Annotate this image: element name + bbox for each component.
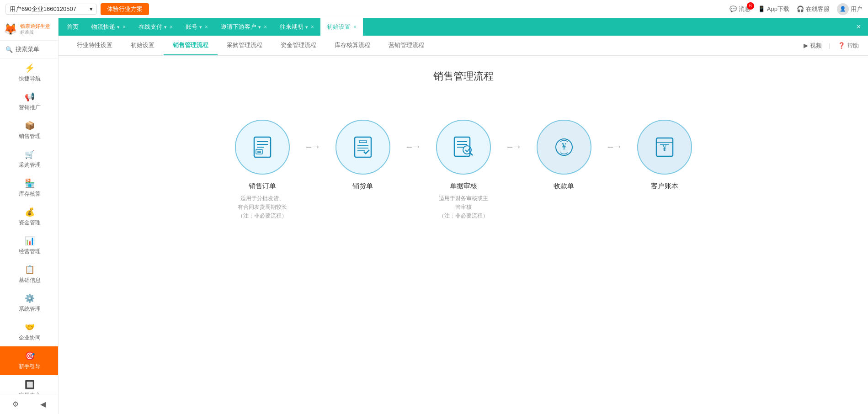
flow-diagram: 销售订单 适用于分批发货、有合同发货周期较长（注：非必要流程） - - → xyxy=(68,111,859,230)
sidebar-item-operation[interactable]: 📊 经营管理 xyxy=(0,231,58,260)
sidebar-item-inventory[interactable]: 🏪 库存核算 xyxy=(0,174,58,202)
top-header: 用户690企业1660120507 ▾ 体验行业方案 💬 消息 6 📱 App下… xyxy=(0,0,868,18)
svg-text:¥: ¥ xyxy=(662,143,666,153)
arrow-1-icon: - - → xyxy=(306,141,319,153)
help-btn[interactable]: ❓ 帮助 xyxy=(838,42,859,50)
tab-historical-init[interactable]: 往来期初 ▾ × xyxy=(273,18,320,36)
sidebar-item-enterprise-coop[interactable]: 🤝 企业协同 xyxy=(0,318,58,346)
sidebar-item-marketing-promo[interactable]: 📢 营销推广 xyxy=(0,87,58,116)
tab-home[interactable]: 首页 xyxy=(60,18,85,36)
notification-item[interactable]: 💬 消息 6 xyxy=(730,5,751,13)
sidebar-item-quick-nav[interactable]: ⚡ 快捷导航 xyxy=(0,58,58,87)
tab-initial-setup[interactable]: 初始设置 × xyxy=(320,18,363,36)
header-left: 用户690企业1660120507 ▾ 体验行业方案 xyxy=(5,3,149,15)
video-btn[interactable]: ▶ 视频 xyxy=(804,42,822,50)
avatar: 👤 xyxy=(837,3,849,15)
sidebar-item-app-center[interactable]: 🔲 应用中心 xyxy=(0,375,58,394)
order-icon xyxy=(250,134,275,160)
search-menu-area: 🔍 搜索菜单 xyxy=(0,41,58,58)
operation-icon: 📊 xyxy=(25,236,35,246)
app-download-item[interactable]: 📱 App下载 xyxy=(758,5,789,13)
sidebar-item-newbie-guide[interactable]: 🎯 新手引导 xyxy=(0,346,58,375)
svg-text:¥: ¥ xyxy=(562,141,566,151)
sub-tab-purchase-flow[interactable]: 采购管理流程 xyxy=(218,36,272,55)
flow-step-ledger[interactable]: ¥ 客户账本 xyxy=(628,120,701,194)
system-icon: ⚙️ xyxy=(25,293,35,303)
app-title: 畅康通好生意 xyxy=(20,23,50,29)
tab-logistics[interactable]: 物流快递 ▾ × xyxy=(85,18,132,36)
settings-icon[interactable]: ⚙ xyxy=(11,398,21,410)
sub-tab-purchase-flow-label: 采购管理流程 xyxy=(227,41,262,49)
sub-tab-industry[interactable]: 行业特性设置 xyxy=(68,36,122,55)
sub-tab-initial-label: 初始设置 xyxy=(131,41,154,49)
main-wrapper: 首页 物流快递 ▾ × 在线支付 ▾ × 账号 ▾ × 邀请下游客户 ▾ × 往… xyxy=(59,18,868,414)
flow-step-delivery[interactable]: 销货单 xyxy=(326,120,399,194)
sub-tab-sales-flow[interactable]: 销售管理流程 xyxy=(164,36,218,55)
purchase-icon: 🛒 xyxy=(25,149,35,159)
step-delivery-label: 销货单 xyxy=(352,182,373,191)
arrow-3-icon: - - → xyxy=(507,141,520,153)
tab-logistics-close[interactable]: × xyxy=(122,24,126,30)
sales-icon: 📦 xyxy=(25,121,35,131)
sub-tabs-left: 行业特性设置 初始设置 销售管理流程 采购管理流程 资金管理流程 库存核算流程 xyxy=(68,36,433,55)
search-menu-button[interactable]: 🔍 搜索菜单 xyxy=(4,43,54,55)
sidebar-item-purchase-mgmt[interactable]: 🛒 采购管理 xyxy=(0,145,58,174)
sidebar-item-sales-mgmt[interactable]: 📦 销售管理 xyxy=(0,116,58,145)
collapse-icon[interactable]: ◀ xyxy=(38,398,48,410)
tab-historical-close[interactable]: × xyxy=(311,24,314,30)
sidebar-item-basic-info[interactable]: 📋 基础信息 xyxy=(0,260,58,289)
sub-tab-marketing-flow[interactable]: 营销管理流程 xyxy=(379,36,433,55)
flow-step-sales-order[interactable]: 销售订单 适用于分批发货、有合同发货周期较长（注：非必要流程） xyxy=(226,120,299,221)
user-avatar-item[interactable]: 👤 用户 xyxy=(837,3,863,15)
tab-account-close[interactable]: × xyxy=(205,24,208,30)
sidebar: 🦊 畅康通好生意 标准版 🔍 搜索菜单 ⚡ 快捷导航 📢 营销推广 📦 销售管理… xyxy=(0,18,59,414)
search-menu-label: 搜索菜单 xyxy=(16,45,39,53)
flow-content: 销售管理流程 销售订 xyxy=(59,56,868,330)
help-label: 帮助 xyxy=(847,42,859,50)
step-receipt-label: 收款单 xyxy=(554,182,574,191)
svg-rect-4 xyxy=(256,149,262,154)
tab-invite-close[interactable]: × xyxy=(264,24,267,30)
step-sales-order-label: 销售订单 xyxy=(249,182,276,191)
sub-tabs-right: ▶ 视频 | ❓ 帮助 xyxy=(804,42,859,50)
sub-tab-sales-flow-label: 销售管理流程 xyxy=(173,41,208,49)
sub-tab-fund-flow[interactable]: 资金管理流程 xyxy=(272,36,325,55)
svg-rect-7 xyxy=(355,137,371,157)
tab-invite-arrow: ▾ xyxy=(258,24,261,30)
audit-icon xyxy=(451,134,476,160)
sidebar-item-system[interactable]: ⚙️ 系统管理 xyxy=(0,289,58,318)
sidebar-item-finance[interactable]: 💰 资金管理 xyxy=(0,202,58,231)
tab-payment-close[interactable]: × xyxy=(170,24,173,30)
tab-nav-close-btn[interactable]: × xyxy=(851,23,866,31)
ledger-icon: ¥ xyxy=(652,134,677,160)
sub-tab-inventory-flow[interactable]: 库存核算流程 xyxy=(325,36,379,55)
tab-historical-arrow: ▾ xyxy=(305,24,308,30)
quick-nav-icon: ⚡ xyxy=(25,63,35,73)
marketing-icon: 📢 xyxy=(25,92,35,102)
receipt-icon: ¥ xyxy=(551,134,577,160)
user-name-label: 用户 xyxy=(851,5,863,13)
newbie-label: 新手引导 xyxy=(19,363,41,371)
step-audit-label: 单据审核 xyxy=(450,182,477,191)
sub-tab-initial[interactable]: 初始设置 xyxy=(122,36,164,55)
sub-tab-bar: 行业特性设置 初始设置 销售管理流程 采购管理流程 资金管理流程 库存核算流程 xyxy=(59,36,868,56)
tab-initial-setup-close[interactable]: × xyxy=(353,24,357,30)
trial-button[interactable]: 体验行业方案 xyxy=(101,3,149,15)
notification-badge: 6 xyxy=(747,2,754,10)
tab-payment-arrow: ▾ xyxy=(164,24,167,30)
user-selector[interactable]: 用户690企业1660120507 ▾ xyxy=(5,4,97,15)
tab-historical-label: 往来期初 xyxy=(280,23,304,31)
tab-invite-downstream[interactable]: 邀请下游客户 ▾ × xyxy=(214,18,273,36)
sub-tab-fund-flow-label: 资金管理流程 xyxy=(281,41,316,49)
sub-tab-industry-label: 行业特性设置 xyxy=(77,41,112,49)
flow-step-receipt[interactable]: ¥ 收款单 xyxy=(527,120,601,194)
flow-step-audit[interactable]: 单据审核 适用于财务审核或主管审核（注：非必要流程） xyxy=(427,120,500,221)
tab-account[interactable]: 账号 ▾ × xyxy=(179,18,214,36)
tab-navigation: 首页 物流快递 ▾ × 在线支付 ▾ × 账号 ▾ × 邀请下游客户 ▾ × 往… xyxy=(59,18,868,36)
tab-payment[interactable]: 在线支付 ▾ × xyxy=(132,18,179,36)
flow-circle-receipt: ¥ xyxy=(537,120,591,175)
online-service-item[interactable]: 🎧 在线客服 xyxy=(797,5,830,13)
search-icon: 🔍 xyxy=(5,46,13,53)
divider: | xyxy=(829,42,831,49)
sidebar-logo: 🦊 畅康通好生意 标准版 xyxy=(0,18,58,41)
